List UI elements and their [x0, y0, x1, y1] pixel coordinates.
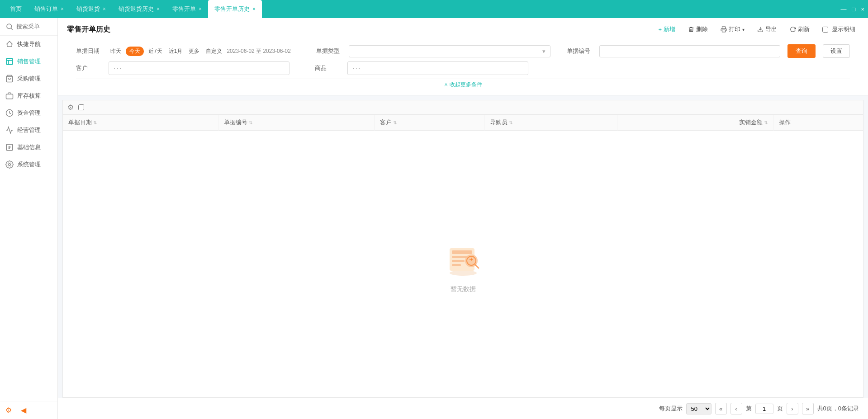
tab-return-history-label: 销货退货历史 — [119, 5, 154, 13]
query-button[interactable]: 查询 — [787, 44, 816, 58]
goods-select[interactable]: ··· — [347, 61, 528, 75]
tab-sales-order[interactable]: 销售订单 × — [28, 0, 70, 18]
export-icon — [757, 26, 764, 33]
search-icon — [5, 23, 14, 31]
content-area: 零售开单历史 + 新增 删除 — [58, 18, 868, 419]
bill-type-select[interactable]: ▾ — [349, 45, 550, 57]
tab-retail-order-history[interactable]: 零售开单历史 × — [208, 0, 262, 18]
date-today[interactable]: 今天 — [126, 47, 144, 56]
print-button[interactable]: 打印 ▾ — [717, 24, 748, 35]
th-operation: 操作 — [773, 115, 863, 131]
th-guide-label: 导购员 — [490, 118, 508, 127]
per-page-select[interactable]: 10 20 50 100 — [686, 403, 711, 414]
th-billno[interactable]: 单据编号 ⇅ — [218, 115, 374, 131]
export-label: 导出 — [765, 25, 777, 33]
setting-button[interactable]: 设置 — [823, 44, 850, 58]
sales-icon — [5, 57, 14, 66]
th-amount-sort-icon: ⇅ — [764, 120, 768, 125]
home-icon — [5, 40, 14, 48]
th-date[interactable]: 单据日期 ⇅ — [63, 115, 218, 131]
sidebar-bottom: ⚙ ◀ — [0, 401, 57, 419]
th-amount[interactable]: 实销金额 ⇅ — [617, 115, 773, 131]
tab-home[interactable]: 首页 — [4, 0, 28, 18]
tab-return-history-close[interactable]: × — [157, 6, 160, 12]
tab-retail-order-close[interactable]: × — [199, 6, 202, 12]
sidebar-item-purchase[interactable]: 采购管理 — [0, 70, 57, 87]
date-7days[interactable]: 近7天 — [147, 47, 164, 56]
th-customer-sort-icon: ⇅ — [393, 120, 397, 125]
print-dropdown-icon[interactable]: ▾ — [742, 27, 745, 32]
th-guide[interactable]: 导购员 ⇅ — [484, 115, 617, 131]
sidebar-item-sales[interactable]: 销售管理 — [0, 53, 57, 70]
sidebar-item-quicknav[interactable]: 快捷导航 — [0, 36, 57, 53]
sidebar-item-basicinfo[interactable]: 基础信息 — [0, 139, 57, 156]
th-customer[interactable]: 客户 ⇅ — [374, 115, 484, 131]
main-layout: 搜索采单 快捷导航 销售管理 采购管理 库存核算 — [0, 18, 868, 419]
display-detail-checkbox[interactable] — [822, 27, 828, 33]
display-detail-button[interactable]: 显示明细 — [819, 24, 859, 35]
page-title-bar: 零售开单历史 + 新增 删除 — [67, 24, 859, 35]
collapse-bar[interactable]: ∧ 收起更多条件 — [76, 79, 850, 90]
minimize-btn[interactable]: — — [841, 6, 847, 13]
first-page-btn[interactable]: « — [715, 403, 727, 414]
sidebar-item-inventory-label: 库存核算 — [17, 92, 41, 100]
prev-page-btn[interactable]: ‹ — [730, 403, 742, 414]
tab-return-history[interactable]: 销货退货历史 × — [112, 0, 166, 18]
sidebar-item-inventory[interactable]: 库存核算 — [0, 87, 57, 104]
add-button[interactable]: + 新增 — [655, 24, 679, 35]
tab-retail-order-history-close[interactable]: × — [252, 6, 256, 12]
table-toolbar: ⚙ — [63, 100, 863, 115]
tab-return[interactable]: 销货退货 × — [70, 0, 112, 18]
customer-select[interactable]: ··· — [109, 61, 289, 75]
refresh-button[interactable]: 刷新 — [786, 24, 813, 35]
tab-retail-order[interactable]: 零售开单 × — [166, 0, 208, 18]
empty-text: 暂无数据 — [451, 285, 476, 293]
bill-type-dropdown-icon: ▾ — [542, 48, 545, 55]
finance-icon — [5, 109, 14, 117]
sidebar-item-system-label: 系统管理 — [17, 160, 41, 169]
svg-line-23 — [475, 265, 479, 268]
tab-retail-order-history-label: 零售开单历史 — [214, 5, 250, 13]
sidebar-item-finance[interactable]: 资金管理 — [0, 104, 57, 122]
bill-no-input[interactable] — [599, 45, 780, 57]
delete-button[interactable]: 删除 — [684, 24, 711, 35]
select-all-checkbox[interactable] — [78, 104, 84, 110]
settings-gear-icon[interactable]: ⚙ — [5, 406, 12, 414]
data-table: 单据日期 ⇅ 单据编号 ⇅ 客户 — [63, 115, 863, 131]
management-icon — [5, 126, 14, 134]
display-detail-label: 显示明细 — [832, 25, 855, 33]
svg-point-15 — [450, 270, 477, 276]
empty-state: 暂无数据 — [63, 131, 863, 397]
window-controls: — □ × — [841, 6, 864, 13]
table-container: ⚙ 单据日期 ⇅ 单据编号 — [62, 100, 863, 398]
svg-point-0 — [7, 24, 12, 29]
page-header: 零售开单历史 + 新增 删除 — [58, 18, 868, 95]
date-custom[interactable]: 自定义 — [204, 47, 224, 56]
th-guide-sort-icon: ⇅ — [509, 120, 512, 125]
toolbar: + 新增 删除 打印 ▾ — [655, 24, 859, 35]
date-1month[interactable]: 近1月 — [167, 47, 185, 56]
add-label: 新增 — [664, 25, 675, 33]
export-button[interactable]: 导出 — [754, 24, 781, 35]
collapse-sidebar-icon[interactable]: ◀ — [21, 406, 26, 414]
close-btn[interactable]: × — [861, 6, 864, 13]
maximize-btn[interactable]: □ — [852, 6, 856, 13]
tab-sales-order-close[interactable]: × — [61, 6, 64, 12]
sidebar: 搜索采单 快捷导航 销售管理 采购管理 库存核算 — [0, 18, 58, 419]
sidebar-item-system[interactable]: 系统管理 — [0, 156, 57, 173]
page-number-input[interactable] — [755, 404, 773, 414]
filter-row-2: 客户 ··· 商品 ··· — [76, 61, 850, 75]
filter-dates: 昨天 今天 近7天 近1月 更多 自定义 2023-06-02 至 2023-0… — [109, 47, 291, 56]
sidebar-search[interactable]: 搜索采单 — [0, 18, 57, 36]
th-customer-label: 客户 — [380, 118, 392, 127]
table-settings-icon[interactable]: ⚙ — [67, 103, 74, 112]
date-yesterday[interactable]: 昨天 — [109, 47, 123, 56]
th-billno-label: 单据编号 — [224, 118, 247, 127]
date-more[interactable]: 更多 — [187, 47, 201, 56]
sidebar-item-quicknav-label: 快捷导航 — [17, 40, 41, 48]
last-page-btn[interactable]: » — [802, 403, 814, 414]
next-page-btn[interactable]: › — [787, 403, 798, 414]
delete-label: 删除 — [696, 25, 708, 33]
sidebar-item-management[interactable]: 经营管理 — [0, 122, 57, 139]
tab-return-close[interactable]: × — [103, 6, 106, 12]
